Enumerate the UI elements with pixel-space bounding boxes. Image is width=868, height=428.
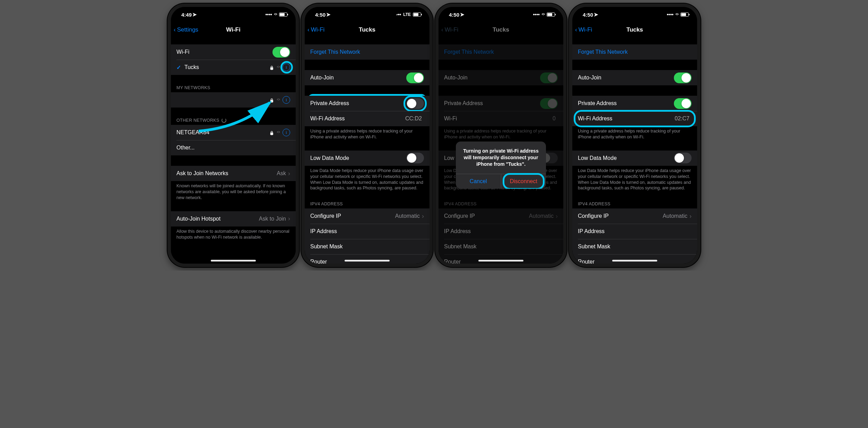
low-data-toggle[interactable]	[406, 153, 424, 163]
connected-network-row[interactable]: ✓ Tucks i	[171, 60, 296, 75]
cellular-icon: ••••	[265, 12, 272, 17]
ipv4-header: IPV4 ADDRESS	[572, 202, 697, 208]
wifi-address-row: Wi-Fi 0	[439, 111, 563, 126]
info-icon[interactable]: i	[283, 129, 290, 136]
my-network-placeholder[interactable]: i	[171, 92, 296, 108]
notch	[336, 7, 398, 17]
subnet-row: Subnet Mask	[305, 239, 429, 254]
configure-ip-row[interactable]: Configure IP Automatic ›	[572, 208, 697, 224]
wifi-icon: ⌔	[542, 12, 545, 17]
chevron-left-icon: ‹	[441, 26, 443, 33]
alert-cancel-button[interactable]: Cancel	[456, 174, 501, 189]
nav-bar: ‹ Wi-Fi Tucks	[572, 22, 697, 37]
configure-ip-row[interactable]: Configure IP Automatic ›	[305, 208, 429, 224]
notch	[470, 7, 532, 17]
low-data-row: Low Data Mode	[305, 151, 429, 166]
low-data-footer: Low Data Mode helps reduce your iPhone d…	[305, 166, 429, 191]
subnet-row: Subnet Mask	[572, 239, 697, 254]
auto-hotspot-footer: Allow this device to automatically disco…	[171, 226, 296, 240]
ip-address-row: IP Address	[439, 224, 563, 239]
chevron-right-icon: ›	[556, 213, 558, 220]
nav-bar: ‹ Wi-Fi Tucks	[305, 22, 429, 37]
alert-disconnect-button[interactable]: Disconnect	[501, 174, 546, 189]
forget-network-button: Forget This Network	[439, 44, 563, 60]
wifi-signal-icon	[277, 97, 280, 103]
cellular-icon: ••••	[533, 12, 540, 17]
wifi-icon: ⌔	[274, 12, 277, 17]
info-icon[interactable]: i	[283, 63, 290, 71]
battery-icon	[547, 12, 555, 17]
home-indicator[interactable]	[612, 260, 657, 262]
location-icon: ➤	[594, 11, 598, 18]
chevron-right-icon: ›	[288, 170, 290, 177]
checkmark-icon: ✓	[176, 64, 181, 71]
clock: 4:50	[583, 12, 593, 18]
wifi-signal-icon	[277, 129, 280, 136]
wifi-icon: ⌔	[676, 12, 678, 17]
alert-dialog: Turning on private Wi-Fi address will te…	[456, 142, 546, 189]
lock-icon	[269, 97, 274, 103]
configure-ip-row: Configure IP Automatic ›	[439, 208, 563, 224]
low-data-toggle[interactable]	[674, 153, 692, 163]
back-button: ‹ Wi-Fi	[441, 26, 458, 33]
private-address-row: Private Address	[572, 96, 697, 111]
chevron-right-icon: ›	[422, 213, 424, 220]
home-indicator[interactable]	[345, 260, 390, 262]
private-address-row: Private Address	[305, 96, 429, 111]
private-address-footer: Using a private address helps reduce tra…	[572, 126, 697, 140]
other-network-other[interactable]: Other...	[171, 140, 296, 155]
phone-2: 4:50 ➤ •••• LTE ‹ Wi-Fi Tucks Forget Thi…	[301, 3, 433, 267]
phone-4: 4:50 ➤ •••• ⌔ ‹ Wi-Fi Tucks Forget This …	[569, 3, 701, 267]
ask-join-footer: Known networks will be joined automatica…	[171, 181, 296, 201]
phone-3: 4:50 ➤ •••• ⌔ ‹ Wi-Fi Tucks Forget This …	[435, 3, 567, 267]
back-button[interactable]: ‹ Wi-Fi	[307, 26, 324, 33]
forget-network-button[interactable]: Forget This Network	[305, 44, 429, 60]
private-address-row: Private Address	[439, 96, 563, 111]
wifi-toggle[interactable]	[272, 47, 290, 58]
clock: 4:50	[315, 12, 326, 18]
low-data-row: Low Data Mode	[572, 151, 697, 166]
lock-icon	[269, 129, 274, 136]
info-icon[interactable]: i	[283, 96, 290, 104]
back-button[interactable]: ‹ Settings	[174, 26, 198, 33]
network-type: LTE	[403, 12, 411, 17]
private-address-toggle	[540, 98, 558, 109]
battery-icon	[680, 12, 689, 17]
spinner-icon	[222, 118, 226, 123]
lock-icon	[269, 64, 274, 70]
battery-icon	[413, 12, 421, 17]
other-network-row[interactable]: NETGEAR84 i	[171, 125, 296, 140]
auto-hotspot-row[interactable]: Auto-Join Hotspot Ask to Join ›	[171, 211, 296, 226]
chevron-left-icon: ‹	[575, 26, 577, 33]
forget-network-button[interactable]: Forget This Network	[572, 44, 697, 60]
location-icon: ➤	[460, 11, 465, 18]
chevron-left-icon: ‹	[307, 26, 310, 33]
nav-bar: ‹ Wi-Fi Tucks	[439, 22, 563, 37]
location-icon: ➤	[326, 11, 331, 18]
back-button[interactable]: ‹ Wi-Fi	[575, 26, 592, 33]
private-address-footer: Using a private address helps reduce tra…	[439, 126, 563, 140]
wifi-address-row: Wi-Fi Address CC:D2	[305, 111, 429, 126]
ip-address-row: IP Address	[572, 224, 697, 239]
ask-to-join-row[interactable]: Ask to Join Networks Ask ›	[171, 166, 296, 181]
auto-join-toggle[interactable]	[406, 72, 424, 83]
ipv4-header: IPV4 ADDRESS	[305, 202, 429, 208]
router-row: Router	[305, 254, 429, 264]
notch	[604, 7, 666, 17]
ipv4-header: IPV4 ADDRESS	[439, 202, 563, 208]
notch	[202, 7, 264, 17]
router-row: Router	[439, 254, 563, 264]
home-indicator[interactable]	[211, 260, 256, 262]
other-networks-header: OTHER NETWORKS	[171, 118, 296, 125]
my-networks-header: MY NETWORKS	[171, 85, 296, 92]
page-title: Wi-Fi	[226, 26, 240, 33]
private-address-toggle[interactable]	[406, 98, 424, 109]
page-title: Tucks	[359, 26, 375, 33]
ip-address-row: IP Address	[305, 224, 429, 239]
chevron-right-icon: ›	[689, 213, 692, 220]
auto-join-toggle[interactable]	[674, 72, 692, 83]
private-address-toggle[interactable]	[674, 98, 692, 109]
home-indicator[interactable]	[478, 260, 523, 262]
battery-icon	[279, 12, 287, 17]
auto-join-row: Auto-Join	[439, 70, 563, 85]
